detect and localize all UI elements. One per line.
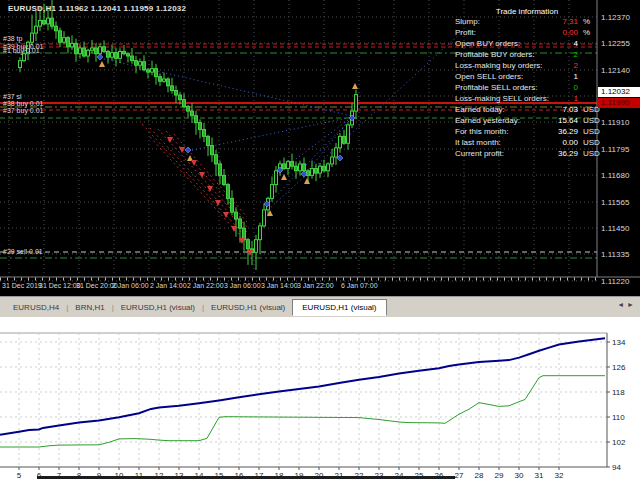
tester-graph-panel[interactable]: 5678910111213141516171819202122232425262…: [0, 317, 640, 480]
candle-body: [119, 51, 122, 58]
x-tick-label: 27: [455, 471, 464, 480]
main-chart-panel[interactable]: #38 tp#39 buy 0.01#1 buy 0.01#37 sl#38 b…: [0, 0, 640, 296]
candle-body: [315, 169, 318, 174]
candle-body: [343, 136, 346, 143]
candle-body: [19, 61, 22, 68]
trade-info-value: 36.29: [452, 126, 578, 137]
candle-body: [287, 162, 290, 169]
candle-body: [227, 185, 230, 199]
candle-body: [203, 129, 206, 136]
candle-body: [339, 136, 342, 147]
tab-eurusd-h1-visual--2[interactable]: EURUSD,H1 (visual): [114, 303, 202, 312]
buy-entry-diamond-icon: [185, 147, 191, 153]
trade-info-row: Slump:7.31%: [452, 16, 612, 27]
trade-info-value: 0.00: [452, 137, 578, 148]
candle-body: [243, 228, 246, 239]
candle-body: [67, 38, 70, 47]
trail-line: [142, 124, 247, 238]
candle-body: [171, 86, 174, 91]
trade-info-row: Earned today:7.03USD: [452, 104, 612, 115]
trade-info-row: It last month:0.00USD: [452, 137, 612, 148]
trade-info-value: 1: [452, 93, 578, 104]
candle-body: [335, 148, 338, 157]
candle-body: [355, 95, 358, 112]
trade-line: [268, 30, 464, 210]
chart-tab-bar: EURUSD,H4|BRN,H1|EURUSD,H1 (visual)|EURU…: [0, 296, 640, 317]
trade-info-unit: USD: [583, 126, 600, 137]
trade-info-unit: %: [583, 27, 590, 38]
candle-body: [123, 51, 126, 53]
x-tick-label: 29: [495, 471, 504, 480]
series-balance-line: [0, 338, 605, 435]
candle-body: [255, 240, 258, 253]
trade-info-value: 36.29: [452, 148, 578, 159]
tab-brn-h1-1[interactable]: BRN,H1: [68, 303, 111, 312]
trade-info-row: Earned yesterday:15.64USD: [452, 115, 612, 126]
candle-body: [59, 31, 62, 42]
candle-body: [291, 162, 294, 167]
trade-info-value: 2: [452, 60, 578, 71]
candle-body: [135, 61, 138, 66]
candle-body: [307, 171, 310, 176]
candle-body: [263, 210, 266, 226]
balance-graph-canvas[interactable]: 5678910111213141516171819202122232425262…: [0, 317, 640, 480]
candle-body: [31, 33, 34, 42]
candle-body: [207, 136, 210, 145]
y-tick-label: 94: [612, 463, 621, 472]
candle-body: [71, 43, 74, 46]
tab-eurusd-h4-0[interactable]: EURUSD,H4: [6, 303, 66, 312]
candle-body: [347, 125, 350, 143]
candle-body: [219, 164, 222, 175]
candle-body: [115, 53, 118, 59]
trade-information-panel: Trade information Slump:7.31%Profit:0.00…: [452, 7, 612, 159]
candle-body: [299, 164, 302, 171]
candle-body: [311, 169, 314, 176]
candle-body: [159, 77, 162, 82]
candle-body: [175, 90, 178, 95]
candle-body: [303, 164, 306, 171]
x-tick-label: 5: [17, 471, 22, 480]
graph-baseline-bar: [37, 476, 455, 479]
trade-info-value: 2: [452, 49, 578, 60]
trade-info-row: Profitable SELL orders:0: [452, 82, 612, 93]
trade-info-row: Current profit:36.29USD: [452, 148, 612, 159]
candle-body: [179, 95, 182, 100]
trade-info-unit: %: [583, 16, 590, 27]
mt4-tester-window: #38 tp#39 buy 0.01#1 buy 0.01#37 sl#38 b…: [0, 0, 640, 480]
tab-eurusd-h1-visual--4[interactable]: EURUSD,H1 (visual): [292, 299, 386, 316]
tab-eurusd-h1-visual--3[interactable]: EURUSD,H1 (visual): [204, 303, 292, 312]
x-tick-label: 32: [555, 471, 564, 480]
candle-body: [275, 171, 278, 185]
chart-ohlc-header: EURUSD,H1 1.11962 1.12041 1.11959 1.1203…: [8, 4, 186, 13]
tab-scroll-right-icon[interactable]: ►: [627, 301, 637, 308]
candle-body: [79, 48, 82, 54]
candle-body: [211, 146, 214, 155]
candle-body: [259, 226, 262, 240]
candle-body: [39, 20, 42, 26]
candle-body: [111, 53, 114, 58]
order-line-label: #37 buy 0.01: [3, 107, 44, 115]
candle-body: [23, 54, 26, 61]
candle-body: [43, 20, 46, 23]
y-tick-label: 134: [612, 338, 626, 347]
trade-info-unit: USD: [583, 104, 600, 115]
y-tick-label: 118: [612, 388, 625, 397]
candle-body: [99, 47, 102, 54]
trade-info-value: 0.00: [452, 27, 578, 38]
candle-body: [143, 62, 146, 70]
order-line-label: #29 sell 0.01: [3, 248, 43, 255]
tab-scroll-left-icon[interactable]: ◄: [617, 301, 627, 308]
trade-info-unit: USD: [583, 115, 600, 126]
candle-body: [247, 240, 250, 249]
trade-information-title: Trade information: [452, 7, 602, 16]
candle-body: [75, 43, 78, 53]
series-equity-line: [0, 376, 605, 447]
candle-body: [215, 155, 218, 164]
candle-body: [163, 79, 166, 81]
trade-info-value: 15.64: [452, 115, 578, 126]
order-line-label: #37 sl: [3, 93, 22, 100]
candle-body: [55, 26, 58, 31]
candle-body: [83, 48, 86, 56]
trade-info-value: 7.31: [452, 16, 578, 27]
candle-body: [235, 212, 238, 219]
